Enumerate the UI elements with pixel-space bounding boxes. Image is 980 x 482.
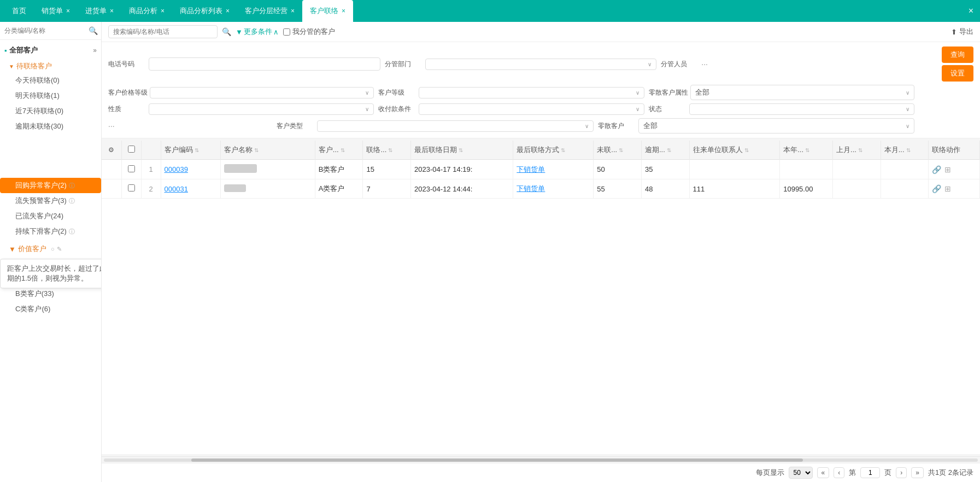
- first-page-button[interactable]: «: [817, 467, 830, 478]
- nav-product-list-close[interactable]: ×: [226, 7, 230, 15]
- sidebar-item-repurchase-abnormal[interactable]: 回购异常客户(2) ⓘ: [0, 178, 101, 193]
- row1-link-icon[interactable]: 🔗: [932, 165, 941, 174]
- col-type[interactable]: 客户... ⇅: [315, 141, 363, 160]
- nav-product-list[interactable]: 商品分析列表 ×: [172, 0, 237, 22]
- col-this-year[interactable]: 本年... ⇅: [780, 141, 833, 160]
- col-last-way[interactable]: 最后联络方式 ⇅: [513, 141, 594, 160]
- sidebar-item-b-class[interactable]: B类客户(33): [0, 286, 101, 301]
- scrollbar-thumb[interactable]: [191, 458, 803, 462]
- collapse-sidebar-icon[interactable]: »: [93, 47, 97, 54]
- sort-not-contacted-icon: ⇅: [619, 147, 623, 153]
- price-level-label: 客户价格等级: [108, 88, 148, 97]
- scatter-customer-select[interactable]: 全部 ∨: [638, 118, 915, 133]
- last-page-button[interactable]: »: [911, 467, 924, 478]
- price-level-select[interactable]: ∨: [150, 87, 374, 98]
- per-page-select[interactable]: 50: [789, 467, 813, 479]
- sidebar-search-icon[interactable]: 🔍: [89, 26, 98, 35]
- row1-code[interactable]: 000039: [161, 160, 220, 179]
- row1-settings: [102, 160, 121, 179]
- col-name[interactable]: 客户名称 ⇅: [220, 141, 315, 160]
- payment-select[interactable]: ∨: [419, 103, 644, 115]
- customer-type-select[interactable]: ∨: [317, 120, 594, 132]
- phone-input[interactable]: [149, 57, 380, 71]
- customer-level-select[interactable]: ∨: [419, 87, 644, 98]
- nav-home[interactable]: 首页: [4, 0, 34, 22]
- row2-last-way[interactable]: 下销货单: [513, 179, 594, 199]
- col-settings[interactable]: ⚙: [102, 141, 121, 160]
- extra-dots-button[interactable]: ···: [108, 121, 115, 130]
- col-unit-contact[interactable]: 往来单位联系人 ⇅: [689, 141, 780, 160]
- sidebar-item-continuous-down[interactable]: 持续下滑客户(2) ⓘ: [0, 224, 101, 239]
- filter-bar: 🔍 ▼ 更多条件 ∧ 我分管的客户 ⬆ 导出: [102, 22, 980, 42]
- horizontal-scrollbar[interactable]: [102, 456, 980, 463]
- nav-customer-tier[interactable]: 客户分层经营 ×: [237, 0, 302, 22]
- row1-grid-icon[interactable]: ⊞: [944, 165, 951, 174]
- query-button[interactable]: 查询: [942, 47, 973, 63]
- pending-section-label[interactable]: ▼ 待联络客户: [0, 59, 101, 73]
- scatter-attr-select[interactable]: 全部 ∨: [690, 85, 914, 100]
- nav-customer-contact[interactable]: 客户联络 ×: [302, 0, 353, 22]
- col-not-contacted[interactable]: 未联... ⇅: [594, 141, 642, 160]
- row2-select-checkbox[interactable]: [128, 184, 135, 191]
- nav-sales[interactable]: 销货单 ×: [34, 0, 78, 22]
- main-search-button[interactable]: 🔍: [222, 27, 231, 36]
- dept-select[interactable]: ∨: [425, 59, 657, 70]
- row2-this-month: [881, 179, 929, 199]
- nav-sales-close[interactable]: ×: [66, 7, 70, 15]
- col-contact[interactable]: 联络... ⇅: [363, 141, 411, 160]
- value-edit-icon[interactable]: ✎: [57, 246, 62, 253]
- sidebar-item-tomorrow[interactable]: 明天待联络(1): [0, 88, 101, 103]
- sidebar-item-already-lost[interactable]: 已流失客户(24): [0, 208, 101, 224]
- nav-product-analysis[interactable]: 商品分析 ×: [121, 0, 172, 22]
- filter-extra-dots: ···: [108, 121, 272, 130]
- my-customers-checkbox[interactable]: [283, 28, 290, 36]
- sidebar-item-c-class[interactable]: C类客户(6): [0, 301, 101, 317]
- status-select[interactable]: ∨: [689, 103, 914, 115]
- sort-last-date-icon: ⇅: [459, 147, 463, 153]
- col-checkbox[interactable]: [121, 141, 141, 160]
- all-customers-header[interactable]: ▪ 全部客户 »: [0, 42, 101, 59]
- scrollbar-track[interactable]: [104, 458, 978, 462]
- more-conditions-button[interactable]: ▼ 更多条件 ∧: [236, 27, 279, 37]
- value-section-header[interactable]: ▼ 价值客户 ○ ✎: [0, 241, 101, 255]
- person-dots-button[interactable]: ···: [701, 60, 708, 68]
- info-icon: ⓘ: [69, 182, 75, 190]
- sidebar-item-today[interactable]: 今天待联络(0): [0, 73, 101, 88]
- col-this-month[interactable]: 本月... ⇅: [881, 141, 929, 160]
- sidebar-search-input[interactable]: [4, 27, 86, 34]
- col-overdue[interactable]: 逾期... ⇅: [641, 141, 689, 160]
- main-search-input[interactable]: [108, 25, 218, 38]
- nav-product-analysis-close[interactable]: ×: [161, 7, 165, 15]
- select-all-checkbox[interactable]: [128, 146, 135, 153]
- sort-code-icon: ⇅: [195, 147, 199, 153]
- row2-checkbox[interactable]: [121, 179, 141, 199]
- sidebar-item-loss-risk[interactable]: 流失预警客户(3) ⓘ: [0, 193, 101, 208]
- nav-purchase[interactable]: 进货单 ×: [78, 0, 121, 22]
- row1-last-way[interactable]: 下销货单: [513, 160, 594, 179]
- row1-overdue: 35: [641, 160, 689, 179]
- nature-select[interactable]: ∨: [149, 103, 374, 115]
- sidebar-item-7days[interactable]: 近7天待联络(0): [0, 103, 101, 119]
- window-close-icon[interactable]: ×: [969, 6, 973, 16]
- nav-purchase-close[interactable]: ×: [110, 7, 114, 15]
- sidebar-item-overdue[interactable]: 逾期未联络(30): [0, 119, 101, 134]
- row2-link-icon[interactable]: 🔗: [932, 184, 941, 193]
- pagination-bar: 每页显示 50 « ‹ 第 页 › » 共1页 2条记录: [102, 463, 980, 482]
- col-last-date[interactable]: 最后联络日期 ⇅: [411, 141, 513, 160]
- col-last-month[interactable]: 上月... ⇅: [833, 141, 881, 160]
- export-button[interactable]: ⬆ 导出: [951, 27, 973, 37]
- customer-level-label: 客户等级: [378, 88, 416, 97]
- prev-page-button[interactable]: ‹: [834, 467, 844, 478]
- next-page-button[interactable]: ›: [896, 467, 907, 478]
- row2-code[interactable]: 000031: [161, 179, 220, 199]
- nav-customer-tier-close[interactable]: ×: [291, 7, 295, 15]
- nav-customer-contact-close[interactable]: ×: [342, 7, 345, 15]
- row2-grid-icon[interactable]: ⊞: [944, 184, 951, 193]
- sort-contact-icon: ⇅: [388, 147, 392, 153]
- col-code[interactable]: 客户编码 ⇅: [161, 141, 220, 160]
- my-customers-checkbox-label[interactable]: 我分管的客户: [283, 27, 335, 37]
- row1-select-checkbox[interactable]: [128, 165, 135, 172]
- page-number-input[interactable]: [860, 467, 880, 478]
- settings-button[interactable]: 设置: [942, 65, 973, 82]
- row1-checkbox[interactable]: [121, 160, 141, 179]
